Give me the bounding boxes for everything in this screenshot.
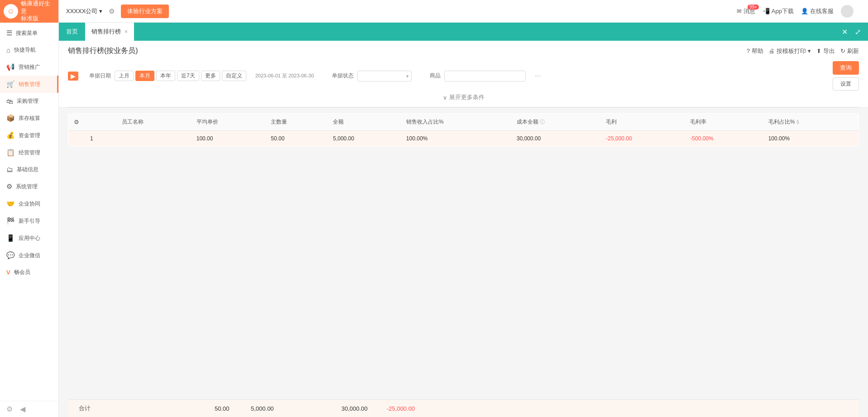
query-button[interactable]: 查询	[833, 61, 859, 75]
company-name: XXXXX公司	[66, 7, 97, 15]
topbar-right: ✉ 消息 99+ 📲 App下载 👤 在线客服	[737, 5, 861, 18]
goods-input[interactable]	[444, 71, 526, 81]
sidebar-item-operations[interactable]: 📋 经营管理	[0, 144, 58, 161]
marketing-icon: 📢	[6, 63, 15, 71]
date-btn-7days[interactable]: 近7天	[177, 71, 199, 81]
tab-sales-ranking[interactable]: 销售排行榜 ×	[85, 23, 134, 41]
date-filter-buttons: 上月 本月 本年 近7天 更多 自定义	[115, 71, 246, 81]
sidebar-item-purchase[interactable]: 🛍 采购管理	[0, 93, 58, 110]
date-btn-this-month[interactable]: 本月	[135, 71, 154, 81]
tab-close-icon[interactable]: ×	[125, 29, 128, 35]
sidebar-item-search-order[interactable]: ☰ 搜索菜单	[0, 24, 58, 42]
app-download-btn[interactable]: 📲 App下载	[762, 7, 794, 15]
col-header-gross-profit: 毛利	[600, 114, 685, 131]
row-rank: 1	[85, 131, 116, 147]
template-print-button[interactable]: 🖨 按模板打印 ▾	[769, 47, 811, 55]
tab-expand-icon[interactable]: ⤢	[853, 26, 863, 38]
settings-col-icon: ⚙	[74, 119, 79, 125]
sidebar-item-basic-info[interactable]: 🗂 基础信息	[0, 161, 58, 178]
cost-amount-help-icon: ⓘ	[540, 119, 545, 125]
table-header-row: ⚙ 员工名称 平均单价 主数量 全额 销售收入占比% 成本全额 ⓘ 毛利 毛利率	[68, 114, 859, 131]
finance-icon: 💰	[6, 131, 15, 139]
sidebar-bottom: ⚙ ◀	[0, 401, 58, 417]
filter-expand-arrow[interactable]: ▶	[68, 72, 78, 81]
page-title: 销售排行榜(按业务员)	[68, 46, 138, 56]
help-icon: ?	[747, 48, 750, 54]
col-header-cost-amount: 成本全额 ⓘ	[511, 114, 600, 131]
sidebar-settings-icon[interactable]: ⚙	[6, 405, 13, 413]
avatar[interactable]	[841, 5, 854, 18]
sidebar-item-sales[interactable]: 🛒 销售管理	[0, 76, 58, 93]
row-cost-amount: 30,000.00	[511, 131, 600, 147]
message-btn[interactable]: ✉ 消息 99+	[737, 7, 755, 15]
inventory-icon: 📦	[6, 114, 15, 122]
row-employee	[116, 131, 191, 147]
row-main-qty: 50.00	[265, 131, 327, 147]
sidebar: ☺ 畅康通好生意 标准版 ☰ 搜索菜单 ⌂ 快捷导航 📢 营销推广 🛒 销售管理…	[0, 0, 59, 417]
sidebar-collapse-icon[interactable]: ◀	[20, 405, 25, 413]
quick-nav-icon: ⌂	[6, 46, 10, 54]
date-filter-label: 单据日期	[89, 72, 111, 80]
expand-more-button[interactable]: ∨ 展开更多条件	[443, 93, 484, 101]
print-icon: 🖨	[769, 48, 775, 54]
help-button[interactable]: ? 帮助	[747, 47, 763, 55]
tab-home[interactable]: 首页	[59, 23, 85, 41]
col-header-sales-pct: 销售收入占比%	[401, 114, 511, 131]
table-footer: 合计 50.00 5,000.00 30,000.00 -25,000.00	[68, 399, 859, 417]
col-header-settings[interactable]: ⚙	[68, 114, 85, 131]
sidebar-item-member[interactable]: V 畅会员	[0, 264, 58, 281]
footer-cost-amount: 30,000.00	[336, 405, 381, 412]
search-order-icon: ☰	[6, 29, 12, 37]
date-btn-custom[interactable]: 自定义	[222, 71, 246, 81]
wechat-icon: 💬	[6, 251, 15, 259]
sidebar-item-inventory[interactable]: 📦 库存核算	[0, 110, 58, 127]
more-filters-dots[interactable]: ···	[535, 72, 541, 80]
settings-button[interactable]: 设置	[833, 77, 859, 91]
date-btn-more[interactable]: 更多	[201, 71, 220, 81]
col-header-gross-rate: 毛利率	[685, 114, 762, 131]
basic-info-icon: 🗂	[6, 166, 13, 173]
status-select[interactable]	[357, 71, 412, 81]
topbar: XXXXX公司 ▾ ⚙ 体验行业方案 ✉ 消息 99+ 📲 App下载 👤 在线…	[59, 0, 868, 23]
row-sales-pct: 100.00%	[401, 131, 511, 147]
message-icon: ✉	[737, 8, 742, 14]
sidebar-item-system[interactable]: ⚙ 系统管理	[0, 178, 58, 195]
export-button[interactable]: ⬆ 导出	[816, 47, 835, 55]
expand-more-icon: ∨	[443, 94, 447, 101]
sales-icon: 🛒	[6, 80, 15, 88]
sidebar-item-enterprise-collab[interactable]: 🤝 企业协同	[0, 195, 58, 212]
sidebar-item-newbie[interactable]: 🏁 新手引导	[0, 212, 58, 230]
footer-gross-profit: -25,000.00	[381, 405, 420, 412]
col-header-main-qty: 主数量	[265, 114, 327, 131]
sidebar-item-marketing[interactable]: 📢 营销推广	[0, 58, 58, 76]
page-content: 销售排行榜(按业务员) ? 帮助 🖨 按模板打印 ▾ ⬆ 导出	[59, 41, 868, 417]
table-row: 1 100.00 50.00 5,000.00 100.00% 30,000.0…	[68, 131, 859, 147]
sidebar-item-finance[interactable]: 💰 资金管理	[0, 127, 58, 144]
trial-button[interactable]: 体验行业方案	[121, 5, 169, 18]
status-filter-label: 单据状态	[332, 72, 354, 80]
sidebar-item-quick-nav[interactable]: ⌂ 快捷导航	[0, 42, 58, 58]
tabbar-actions: ✕ ⤢	[840, 26, 868, 38]
filter-row-1: ▶ 单据日期 上月 本月 本年 近7天 更多 自定义	[68, 61, 859, 91]
refresh-button[interactable]: ↻ 刷新	[840, 47, 859, 55]
export-icon: ⬆	[816, 48, 821, 54]
col-header-amount: 全额	[327, 114, 401, 131]
filter-date-item: 单据日期 上月 本月 本年 近7天 更多 自定义	[89, 71, 246, 81]
gross-pct-help-icon: §	[796, 119, 799, 125]
member-icon: V	[6, 269, 10, 276]
tab-close-window-icon[interactable]: ✕	[840, 26, 849, 38]
sidebar-item-wechat[interactable]: 💬 企业微信	[0, 247, 58, 264]
sidebar-nav: ☰ 搜索菜单 ⌂ 快捷导航 📢 营销推广 🛒 销售管理 🛍 采购管理 📦 库存核…	[0, 23, 58, 401]
row-gross-rate: -500.00%	[685, 131, 762, 147]
date-btn-this-year[interactable]: 本年	[156, 71, 175, 81]
col-header-gross-pct: 毛利占比% §	[763, 114, 859, 131]
logo-icon: ☺	[4, 4, 18, 19]
collab-icon: 🤝	[6, 200, 15, 208]
system-icon: ⚙	[6, 182, 12, 191]
company-selector[interactable]: XXXXX公司 ▾	[66, 7, 102, 15]
settings-gear-icon[interactable]: ⚙	[107, 5, 116, 17]
date-btn-last-month[interactable]: 上月	[115, 71, 134, 81]
sidebar-item-app-center[interactable]: 📱 应用中心	[0, 230, 58, 247]
online-service-btn[interactable]: 👤 在线客服	[801, 7, 834, 15]
table-body: 1 100.00 50.00 5,000.00 100.00% 30,000.0…	[68, 131, 859, 147]
